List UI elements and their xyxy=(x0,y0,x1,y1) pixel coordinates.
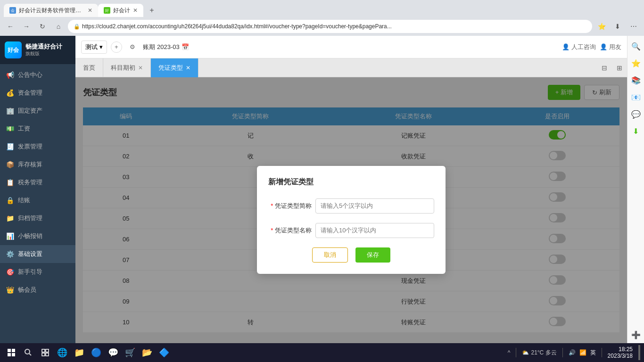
lock-icon: 🔒 xyxy=(74,24,80,30)
user-info[interactable]: 👤 用友 xyxy=(600,43,621,51)
sidebar-item-guide[interactable]: 🎯 新手引导 xyxy=(0,263,75,281)
show-desktop-button[interactable] xyxy=(638,345,640,360)
sidebar-logo: 好会 畅捷通好合计 旗舰版 xyxy=(0,36,75,64)
weather-icon: ⛅ xyxy=(522,349,529,356)
tab-close-2[interactable]: ✕ xyxy=(133,7,138,14)
settings-button[interactable]: ⚙ xyxy=(126,41,139,54)
svg-rect-0 xyxy=(8,349,11,352)
download-side-button[interactable]: ⬇ xyxy=(629,124,643,138)
workspace-name: 测试 xyxy=(85,43,98,51)
home-button[interactable]: ⌂ xyxy=(52,20,65,33)
tab-subjects-close[interactable]: ✕ xyxy=(138,65,143,71)
system-tray-expand[interactable]: ^ xyxy=(508,349,511,356)
add-side-button[interactable]: ➕ xyxy=(629,328,643,341)
taskbar-files[interactable]: 📂 xyxy=(140,345,155,360)
consultation-button[interactable]: 👤 人工咨询 xyxy=(562,43,596,51)
taskbar-store[interactable]: 🛒 xyxy=(123,345,138,360)
tab-subjects-label: 科目期初 xyxy=(111,64,135,72)
workspace-selector[interactable]: 测试 ▾ xyxy=(81,41,107,54)
new-tab-button[interactable]: + xyxy=(145,4,158,17)
settings-menu-button[interactable]: ⋯ xyxy=(627,20,640,33)
sidebar-item-settlement[interactable]: 🔒 结账 xyxy=(0,191,75,209)
taskbar-search[interactable] xyxy=(21,345,36,360)
tab-expand-controls: ⊟ ⊞ xyxy=(597,58,627,77)
svg-point-4 xyxy=(25,349,30,354)
dialog-title: 新增凭证类型 xyxy=(268,177,434,187)
tab-home-label: 首页 xyxy=(83,64,95,72)
sidebar-item-inventory[interactable]: 📦 库存核算 xyxy=(0,156,75,173)
sidebar-item-fund[interactable]: 💰 资金管理 xyxy=(0,84,75,102)
maximize-button[interactable]: ⊞ xyxy=(612,58,627,77)
main-content: 凭证类型 + 新增 ↻ 刷新 编码 凭证类型简称 凭证 xyxy=(75,77,627,362)
sidebar-item-label: 工资 xyxy=(18,124,30,133)
archive-icon: 📁 xyxy=(6,214,14,222)
dialog: 新增凭证类型 凭证类型简称 凭证类型名称 取消 保存 xyxy=(257,166,446,274)
save-button[interactable]: 保存 xyxy=(355,247,390,263)
sidebar-item-label: 小畅报销 xyxy=(18,232,42,240)
volume-icon[interactable]: 🔊 xyxy=(569,349,576,356)
tab-home[interactable]: 首页 xyxy=(75,58,103,77)
browser-tab-1[interactable]: 会 好会计云财务软件管理系统_会计 ✕ xyxy=(4,4,98,17)
tab-subjects[interactable]: 科目期初 ✕ xyxy=(103,58,151,77)
consultation-icon: 👤 xyxy=(562,43,570,50)
taskbar-edge2[interactable]: 🔷 xyxy=(157,345,172,360)
logo-badge: 旗舰版 xyxy=(25,50,62,57)
sidebar-item-expense[interactable]: 📊 小畅报销 xyxy=(0,227,75,245)
sidebar-item-invoice[interactable]: 🧾 发票管理 xyxy=(0,138,75,156)
sidebar-item-basic-settings[interactable]: ⚙️ 基础设置 xyxy=(0,245,75,263)
system-tray: ^ ⛅ 21°C 多云 🔊 📶 英 18:25 2023/3/18 xyxy=(508,345,640,360)
sidebar-item-announcement[interactable]: 📢 公告中心 xyxy=(0,66,75,84)
star-side-button[interactable]: ⭐ xyxy=(629,57,643,70)
taskbar-edge[interactable]: 🌐 xyxy=(55,345,70,360)
abbr-input[interactable] xyxy=(315,198,434,214)
sidebar-item-fixed-assets[interactable]: 🏢 固定资产 xyxy=(0,102,75,120)
taskbar-task-view[interactable] xyxy=(38,345,53,360)
extensions-button[interactable]: ⭐ xyxy=(595,20,608,33)
tab-voucher-type-close[interactable]: ✕ xyxy=(186,65,190,71)
address-input[interactable]: 🔒 https://cloud2.chanjet.com/accounting/… xyxy=(68,20,592,33)
outlook-side-button[interactable]: 📧 xyxy=(629,90,643,104)
tab-close-1[interactable]: ✕ xyxy=(88,7,92,14)
announcement-icon: 📢 xyxy=(6,71,14,79)
name-input[interactable] xyxy=(315,223,434,238)
tab-title-1: 好会计云财务软件管理系统_会计 xyxy=(19,7,85,15)
sidebar-item-payroll[interactable]: 💵 工资 xyxy=(0,120,75,138)
sidebar-item-tax[interactable]: 📋 税务管理 xyxy=(0,173,75,191)
address-text: https://cloud2.chanjet.com/accounting/uh… xyxy=(82,23,392,30)
teams-side-button[interactable]: 💬 xyxy=(629,107,643,121)
period-info: 账期 2023-03 📅 xyxy=(143,43,189,51)
clock[interactable]: 18:25 2023/3/18 xyxy=(608,346,633,359)
back-button[interactable]: ← xyxy=(4,20,17,33)
collections-side-button[interactable]: 📚 xyxy=(629,74,643,87)
taskbar-wechat[interactable]: 💬 xyxy=(106,345,121,360)
payroll-icon: 💵 xyxy=(6,124,14,133)
refresh-button[interactable]: ↻ xyxy=(36,20,49,33)
minimize-button[interactable]: ⊟ xyxy=(597,58,612,77)
forward-button[interactable]: → xyxy=(20,20,33,33)
tab-title-2: 好会计 xyxy=(113,7,130,15)
address-bar: ← → ↻ ⌂ 🔒 https://cloud2.chanjet.com/acc… xyxy=(0,17,644,36)
tab-voucher-type[interactable]: 凭证类型 ✕ xyxy=(151,58,198,77)
sidebar-item-membership[interactable]: 👑 畅会员 xyxy=(0,281,75,299)
sidebar-item-label: 发票管理 xyxy=(18,142,42,151)
user-name: 用友 xyxy=(609,43,621,51)
taskbar-chrome[interactable]: 🔵 xyxy=(89,345,104,360)
add-workspace-button[interactable]: + xyxy=(111,41,122,53)
svg-rect-2 xyxy=(8,353,11,356)
browser-tab-2[interactable]: 好 好会计 ✕ xyxy=(98,4,143,17)
period-label: 账期 xyxy=(143,43,155,51)
tab-bar: 会 好会计云财务软件管理系统_会计 ✕ 好 好会计 ✕ + xyxy=(0,0,644,17)
search-side-button[interactable]: 🔍 xyxy=(629,40,643,53)
cancel-button[interactable]: 取消 xyxy=(312,247,348,263)
start-button[interactable] xyxy=(4,345,19,360)
sidebar-item-archive[interactable]: 📁 归档管理 xyxy=(0,209,75,227)
network-icon[interactable]: 📶 xyxy=(579,349,586,356)
ime-icon[interactable]: 英 xyxy=(590,349,596,357)
downloads-button[interactable]: ⬇ xyxy=(611,20,624,33)
form-row-name: 凭证类型名称 xyxy=(268,223,434,238)
period-value: 2023-03 xyxy=(157,43,180,50)
taskbar-explorer[interactable]: 📁 xyxy=(72,345,87,360)
settlement-icon: 🔒 xyxy=(6,196,14,205)
weather-info: ⛅ 21°C 多云 xyxy=(522,349,556,357)
consultation-label: 人工咨询 xyxy=(571,43,596,51)
